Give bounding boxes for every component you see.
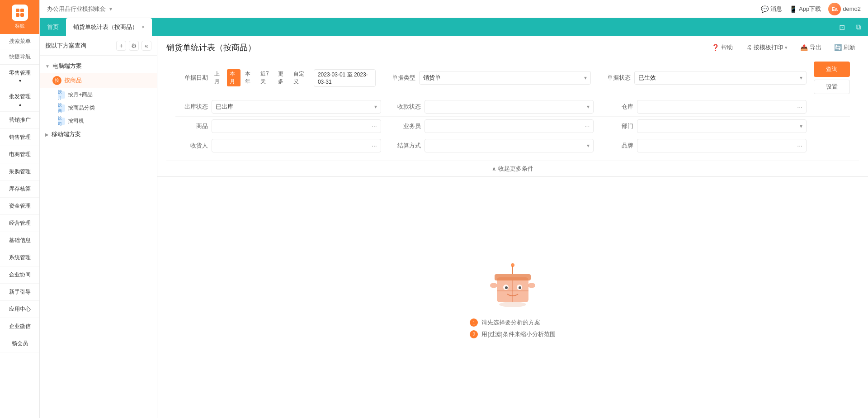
scheme-item-by-driver[interactable]: 按司 按司机 bbox=[40, 114, 157, 128]
sidebar-item-retail-arrow: ▾ bbox=[19, 78, 21, 83]
scheme-item-by-goods[interactable]: 按 按商品 bbox=[40, 73, 157, 88]
page-header: 销货单统计表（按商品） ❓ 帮助 🖨 按模板打印 ▾ 📤 bbox=[157, 36, 868, 177]
sidebar-item-system[interactable]: 系统管理 bbox=[0, 249, 39, 266]
svg-rect-2 bbox=[16, 13, 19, 17]
sidebar-shortcut-item[interactable]: 快捷导航 bbox=[0, 49, 39, 65]
mobile-scheme-group[interactable]: ▶ 移动端方案 bbox=[40, 128, 157, 141]
staff-label: 业务员 bbox=[388, 122, 425, 130]
svg-point-12 bbox=[519, 286, 521, 289]
query-button[interactable]: 查询 bbox=[814, 62, 850, 77]
sidebar-item-purchase[interactable]: 采购管理 bbox=[0, 163, 39, 180]
goods-dots: ··· bbox=[372, 123, 377, 130]
type-filter[interactable]: 销货单 ▾ bbox=[419, 71, 591, 85]
scheme-item-by-month-goods[interactable]: 按月 按月+商品 bbox=[40, 88, 157, 101]
sidebar-item-guide[interactable]: 新手引导 bbox=[0, 284, 39, 301]
receipt-filter[interactable]: ▾ bbox=[425, 100, 594, 114]
brand-label: 品牌 bbox=[601, 142, 637, 150]
sidebar-item-basic-label: 基础信息 bbox=[9, 237, 31, 244]
tab-minimize-btn[interactable]: ⊡ bbox=[835, 21, 848, 33]
warehouse-filter[interactable]: ··· bbox=[637, 100, 807, 114]
sidebar-item-management[interactable]: 经营管理 bbox=[0, 215, 39, 232]
sidebar-item-wholesale[interactable]: 批发管理 ▴ bbox=[0, 88, 39, 112]
print-icon: 🖨 bbox=[745, 44, 752, 51]
print-dropdown-arrow: ▾ bbox=[785, 45, 788, 51]
sidebar-item-wechat-label: 企业微信 bbox=[9, 323, 31, 330]
sidebar-item-enterprise[interactable]: 企业协同 bbox=[0, 266, 39, 284]
print-btn[interactable]: 🖨 按模板打印 ▾ bbox=[742, 42, 791, 53]
tab-restore-btn[interactable]: ⧉ bbox=[852, 21, 864, 33]
dept-arrow: ▾ bbox=[800, 123, 802, 129]
date-tab-custom[interactable]: 自定义 bbox=[291, 69, 308, 86]
scheme-item-by-goods-icon: 按 bbox=[52, 76, 61, 85]
sidebar-item-guide-label: 新手引导 bbox=[9, 288, 31, 296]
tab-sales-stats[interactable]: 销货单统计表（按商品） × bbox=[66, 18, 152, 36]
tip-num-2: 2 bbox=[470, 330, 478, 338]
svg-rect-15 bbox=[490, 283, 497, 288]
tabbar: 首页 销货单统计表（按商品） × ⊡ ⧉ bbox=[40, 18, 868, 36]
brand-filter[interactable]: ··· bbox=[637, 139, 807, 152]
sidebar-item-member[interactable]: 畅会员 bbox=[0, 335, 39, 352]
sidebar-item-inventory[interactable]: 库存核算 bbox=[0, 180, 39, 198]
refresh-btn[interactable]: 🔄 刷新 bbox=[830, 42, 859, 53]
brand-dots: ··· bbox=[797, 142, 802, 149]
right-panel: 销货单统计表（按商品） ❓ 帮助 🖨 按模板打印 ▾ 📤 bbox=[157, 36, 868, 418]
tabbar-actions: ⊡ ⧉ bbox=[835, 21, 868, 33]
dept-filter[interactable]: ▾ bbox=[637, 119, 807, 133]
type-arrow: ▾ bbox=[584, 75, 587, 81]
tab-close-icon[interactable]: × bbox=[142, 24, 145, 30]
collapse-more-btn[interactable]: ∧ 收起更多条件 bbox=[166, 161, 859, 176]
sidebar-item-wechat[interactable]: 企业微信 bbox=[0, 318, 39, 335]
date-tab-7days[interactable]: 近7天 bbox=[258, 69, 274, 86]
payment-filter[interactable]: ▾ bbox=[425, 139, 594, 152]
help-label: 帮助 bbox=[721, 43, 733, 52]
page-title: 销货单统计表（按商品） bbox=[166, 42, 256, 53]
avatar-text: Ea bbox=[832, 6, 838, 12]
sidebar-item-member-label: 畅会员 bbox=[12, 340, 28, 347]
date-tab-this-month[interactable]: 本月 bbox=[227, 69, 241, 86]
date-range-value: 2023-03-01 至 2023-03-31 bbox=[318, 71, 368, 85]
industry-dropdown-arrow[interactable]: ▾ bbox=[109, 6, 112, 12]
date-tab-more[interactable]: 更多 bbox=[275, 69, 289, 86]
left-panel-title: 按以下方案查询 bbox=[45, 42, 113, 50]
receiver-filter[interactable]: ··· bbox=[212, 139, 381, 152]
desktop-group-arrow: ▼ bbox=[45, 64, 50, 69]
message-btn[interactable]: 💬 消息 bbox=[761, 5, 782, 13]
status-filter[interactable]: 已生效 ▾ bbox=[634, 71, 807, 85]
export-btn[interactable]: 📤 导出 bbox=[797, 42, 825, 53]
collapse-panel-btn[interactable]: « bbox=[142, 41, 151, 51]
tab-home[interactable]: 首页 bbox=[40, 18, 66, 36]
print-label: 按模板打印 bbox=[754, 43, 783, 52]
sidebar-item-inventory-label: 库存核算 bbox=[9, 185, 31, 193]
desktop-group-header[interactable]: ▼ 电脑端方案 bbox=[40, 59, 157, 73]
type-value: 销货单 bbox=[423, 74, 583, 82]
help-btn[interactable]: ❓ 帮助 bbox=[708, 42, 736, 53]
date-tab-this-year[interactable]: 本年 bbox=[242, 69, 256, 86]
sidebar-item-apps[interactable]: 应用中心 bbox=[0, 301, 39, 318]
add-scheme-btn[interactable]: + bbox=[116, 41, 126, 51]
sidebar-item-basic[interactable]: 基础信息 bbox=[0, 232, 39, 249]
sidebar-item-marketing[interactable]: 营销推广 bbox=[0, 112, 39, 129]
goods-label: 商品 bbox=[175, 122, 212, 130]
settings-button[interactable]: 设置 bbox=[814, 80, 850, 94]
user-menu[interactable]: Ea demo2 bbox=[828, 3, 861, 15]
sidebar-item-retail[interactable]: 零售管理 ▾ bbox=[0, 65, 39, 88]
main-area: 办公用品行业模拟账套 ▾ 💬 消息 📱 App下载 Ea demo2 首页 bbox=[40, 0, 868, 418]
sidebar-search-item[interactable]: 搜索菜单 bbox=[0, 34, 39, 49]
app-download-btn[interactable]: 📱 App下载 bbox=[789, 5, 821, 13]
scheme-sub-icon-month: 按月 bbox=[58, 91, 65, 99]
sidebar-item-retail-label: 零售管理 bbox=[9, 69, 31, 77]
sidebar-logo: 标账 bbox=[0, 0, 40, 34]
goods-filter[interactable]: ··· bbox=[212, 119, 381, 133]
date-tabs: 上月 本月 本年 近7天 更多 自定义 bbox=[212, 69, 308, 86]
sidebar-item-ecommerce[interactable]: 电商管理 bbox=[0, 146, 39, 163]
date-tab-last-month[interactable]: 上月 bbox=[212, 69, 225, 86]
staff-filter[interactable]: ··· bbox=[425, 119, 594, 133]
scheme-item-by-category[interactable]: 按商 按商品分类 bbox=[40, 101, 157, 114]
sidebar-item-sales[interactable]: 销售管理 bbox=[0, 129, 39, 146]
scheme-item-by-goods-label: 按商品 bbox=[64, 76, 82, 85]
settings-scheme-btn[interactable]: ⚙ bbox=[129, 41, 139, 51]
out-filter[interactable]: 已出库 ▾ bbox=[212, 100, 381, 114]
sidebar-item-finance[interactable]: 资金管理 bbox=[0, 198, 39, 215]
date-range-input[interactable]: 2023-03-01 至 2023-03-31 bbox=[314, 69, 376, 87]
receiver-dots: ··· bbox=[372, 142, 377, 149]
